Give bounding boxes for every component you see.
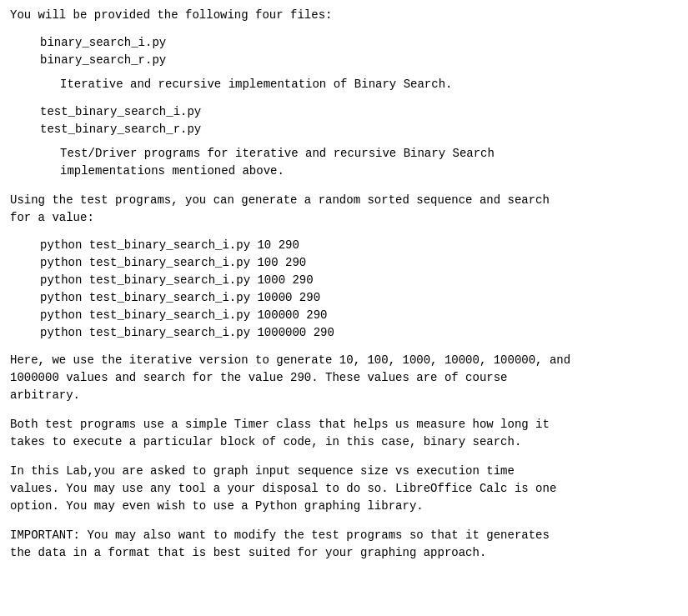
timer-line2: takes to execute a particular block of c… — [10, 433, 678, 451]
main-content: You will be provided the following four … — [10, 7, 678, 562]
test-file-item-1: test_binary_search_i.py — [40, 103, 678, 121]
command-6: python test_binary_search_i.py 1000000 2… — [40, 324, 678, 342]
usage-paragraph: Using the test programs, you can generat… — [10, 192, 678, 227]
test-files-desc-line1: Test/Driver programs for iterative and r… — [60, 145, 678, 163]
command-2: python test_binary_search_i.py 100 290 — [40, 254, 678, 272]
important-line1: IMPORTANT: You may also want to modify t… — [10, 527, 678, 544]
test-file-list: test_binary_search_i.py test_binary_sear… — [40, 103, 678, 138]
command-3: python test_binary_search_i.py 1000 290 — [40, 272, 678, 289]
test-files-desc-line2: implementations mentioned above. — [60, 163, 678, 180]
file-item-2: binary_search_r.py — [40, 52, 678, 69]
lab-line2: values. You may use any tool a your disp… — [10, 480, 678, 498]
lab-line3: option. You may even wish to use a Pytho… — [10, 498, 678, 515]
command-1: python test_binary_search_i.py 10 290 — [40, 237, 678, 254]
important-paragraph: IMPORTANT: You may also want to modify t… — [10, 527, 678, 562]
test-file-item-2: test_binary_search_r.py — [40, 121, 678, 138]
files-description: Iterative and recursive implementation o… — [60, 76, 678, 93]
file-list: binary_search_i.py binary_search_r.py — [40, 34, 678, 69]
timer-line1: Both test programs use a simple Timer cl… — [10, 416, 678, 433]
test-files-description: Test/Driver programs for iterative and r… — [60, 145, 678, 180]
important-line2: the data in a format that is best suited… — [10, 544, 678, 562]
lab-line1: In this Lab,you are asked to graph input… — [10, 463, 678, 480]
lab-paragraph: In this Lab,you are asked to graph input… — [10, 463, 678, 515]
command-4: python test_binary_search_i.py 10000 290 — [40, 289, 678, 307]
file-item-1: binary_search_i.py — [40, 34, 678, 52]
timer-paragraph: Both test programs use a simple Timer cl… — [10, 416, 678, 451]
command-block: python test_binary_search_i.py 10 290 py… — [40, 237, 678, 342]
intro-text: You will be provided the following four … — [10, 7, 678, 24]
explanation-paragraph: Here, we use the iterative version to ge… — [10, 352, 678, 404]
command-5: python test_binary_search_i.py 100000 29… — [40, 307, 678, 324]
files-desc-text: Iterative and recursive implementation o… — [60, 76, 678, 93]
explanation-line1: Here, we use the iterative version to ge… — [10, 352, 678, 369]
usage-line1: Using the test programs, you can generat… — [10, 192, 678, 209]
explanation-line2: 1000000 values and search for the value … — [10, 369, 678, 387]
usage-line2: for a value: — [10, 209, 678, 227]
explanation-line3: arbitrary. — [10, 387, 678, 404]
